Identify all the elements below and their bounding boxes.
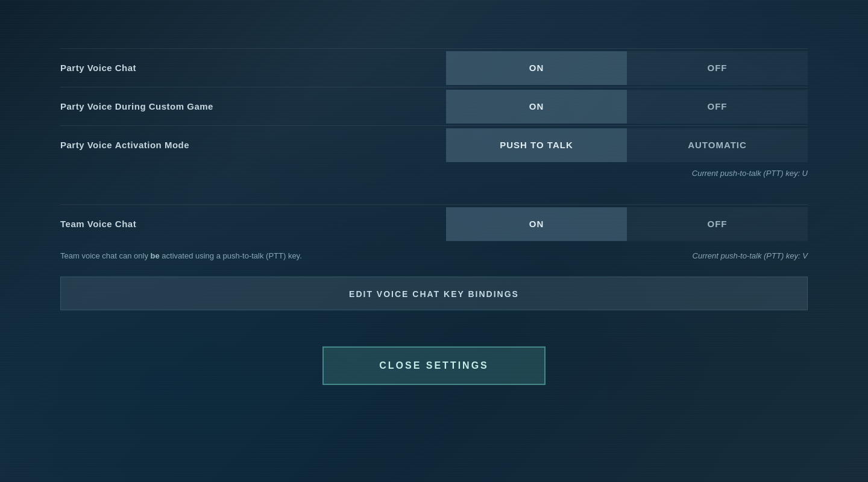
push-to-talk-button[interactable]: Push to Talk <box>446 128 627 162</box>
party-voice-activation-mode-toggle-group: Push to Talk Automatic <box>446 128 808 162</box>
party-voice-custom-game-label: Party Voice During Custom Game <box>60 92 446 121</box>
party-ptt-info-text: Current push-to-talk (PTT) key: U <box>452 169 808 178</box>
settings-container: Party Voice Chat On Off Party Voice Duri… <box>60 0 808 385</box>
party-voice-activation-mode-row: Party Voice Activation Mode Push to Talk… <box>60 125 808 164</box>
party-voice-chat-label: Party Voice Chat <box>60 53 446 83</box>
party-voice-custom-game-row: Party Voice During Custom Game On Off <box>60 87 808 125</box>
party-voice-custom-game-on-button[interactable]: On <box>446 90 627 124</box>
edit-keybindings-button[interactable]: EDIT VOICE CHAT KEY BINDINGS <box>60 277 808 310</box>
party-ptt-info-row: Current push-to-talk (PTT) key: U <box>60 164 808 180</box>
party-voice-chat-row: Party Voice Chat On Off <box>60 48 808 87</box>
team-voice-chat-on-button[interactable]: On <box>446 207 627 241</box>
automatic-button[interactable]: Automatic <box>627 128 808 162</box>
party-voice-activation-mode-label: Party Voice Activation Mode <box>60 130 446 160</box>
team-voice-chat-row: Team Voice Chat On Off <box>60 204 808 243</box>
close-settings-button[interactable]: CLOSE SETTINGS <box>322 346 546 385</box>
close-settings-wrap: CLOSE SETTINGS <box>60 346 808 385</box>
party-voice-chat-on-button[interactable]: On <box>446 51 627 85</box>
party-voice-chat-off-button[interactable]: Off <box>627 51 808 85</box>
team-voice-chat-toggle-group: On Off <box>446 207 808 241</box>
party-voice-custom-game-off-button[interactable]: Off <box>627 90 808 124</box>
team-ptt-note-text: Current push-to-talk (PTT) key: V <box>446 251 808 260</box>
team-voice-chat-off-button[interactable]: Off <box>627 207 808 241</box>
team-voice-note-text: Team voice chat can only be activated us… <box>60 251 446 260</box>
party-voice-custom-game-toggle-group: On Off <box>446 90 808 124</box>
party-voice-chat-toggle-group: On Off <box>446 51 808 85</box>
section-gap <box>60 180 808 204</box>
team-voice-note-row: Team voice chat can only be activated us… <box>60 243 808 267</box>
team-voice-chat-label: Team Voice Chat <box>60 209 446 239</box>
